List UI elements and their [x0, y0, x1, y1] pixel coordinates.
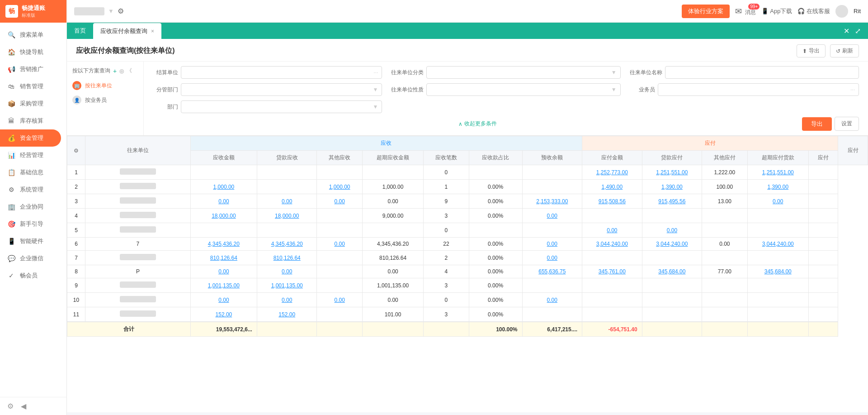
- salesperson-input[interactable]: ···: [658, 83, 859, 96]
- table-cell[interactable]: 1,490.00: [582, 180, 642, 194]
- query-button[interactable]: 导出: [802, 117, 832, 131]
- table-cell[interactable]: [747, 307, 808, 322]
- collapse-more-btn[interactable]: ∧ 收起更多条件: [458, 120, 497, 128]
- table-cell[interactable]: [747, 278, 808, 293]
- table-cell[interactable]: [317, 209, 362, 223]
- table-cell[interactable]: 3,044,240.00: [642, 238, 702, 251]
- table-cell[interactable]: 4,345,436.20: [190, 238, 257, 251]
- table-cell[interactable]: 2,153,333.00: [522, 194, 582, 209]
- table-cell[interactable]: [582, 209, 642, 223]
- table-cell[interactable]: 915,495.56: [642, 194, 702, 209]
- table-cell[interactable]: 655,636.75: [522, 265, 582, 278]
- dept2-select[interactable]: ▼: [181, 100, 382, 113]
- table-cell[interactable]: 0.00: [190, 194, 257, 209]
- table-cell[interactable]: 1,390.00: [642, 180, 702, 194]
- sidebar-item-enterprise[interactable]: 🏢 企业协同: [0, 198, 66, 215]
- setting-button[interactable]: 设置: [835, 117, 859, 131]
- table-cell[interactable]: 0.00: [522, 209, 582, 223]
- table-cell[interactable]: [317, 278, 362, 293]
- sidebar-item-system[interactable]: ⚙ 系统管理: [0, 181, 66, 198]
- table-cell[interactable]: 0.00: [317, 194, 362, 209]
- close-window-icon[interactable]: ✕: [844, 27, 849, 35]
- table-cell[interactable]: 345,761.00: [582, 265, 642, 278]
- table-cell[interactable]: [522, 223, 582, 238]
- table-cell[interactable]: [317, 265, 362, 278]
- table-cell[interactable]: 1,000.00: [317, 180, 362, 194]
- table-cell[interactable]: [190, 165, 257, 180]
- table-cell[interactable]: [747, 251, 808, 265]
- table-cell[interactable]: 4,345,436.20: [257, 238, 317, 251]
- unit-name-input[interactable]: [665, 66, 859, 79]
- table-cell[interactable]: [747, 209, 808, 223]
- sidebar-item-operation[interactable]: 📊 经营管理: [0, 147, 66, 164]
- sidebar-item-marketing[interactable]: 📢 营销推广: [0, 61, 66, 78]
- table-cell[interactable]: [642, 209, 702, 223]
- export-button[interactable]: ⬆ 导出: [797, 44, 826, 57]
- table-cell[interactable]: 1,251,551.00: [642, 165, 702, 180]
- table-cell[interactable]: [642, 278, 702, 293]
- settings-footer-icon[interactable]: ⚙: [7, 402, 14, 410]
- table-cell[interactable]: [317, 165, 362, 180]
- online-service-btn[interactable]: 🎧 在线客服: [797, 7, 830, 15]
- promo-button[interactable]: 体验行业方案: [682, 5, 730, 18]
- table-cell[interactable]: 1,001,135.00: [190, 278, 257, 293]
- table-cell[interactable]: [642, 293, 702, 307]
- table-cell[interactable]: 345,684.00: [747, 265, 808, 278]
- sidebar-item-member[interactable]: ✓ 畅会员: [0, 267, 66, 284]
- table-cell[interactable]: 1,390.00: [747, 180, 808, 194]
- tab-receivable[interactable]: 应收应付余额查询 ×: [93, 23, 161, 39]
- table-cell[interactable]: 0.00: [190, 265, 257, 278]
- tab-close-icon[interactable]: ×: [151, 28, 154, 34]
- table-cell[interactable]: 0.00: [257, 293, 317, 307]
- query-option-by-staff[interactable]: 👤 按业务员: [67, 93, 143, 107]
- table-cell[interactable]: 1,251,551.00: [747, 165, 808, 180]
- sidebar-item-basic[interactable]: 📋 基础信息: [0, 164, 66, 181]
- table-cell[interactable]: [582, 278, 642, 293]
- gear-icon[interactable]: ⚙: [118, 7, 124, 15]
- sidebar-item-finance[interactable]: 💰 资金管理: [0, 129, 61, 147]
- table-cell[interactable]: 0.00: [747, 194, 808, 209]
- table-cell[interactable]: [642, 307, 702, 322]
- table-cell[interactable]: [257, 165, 317, 180]
- table-cell[interactable]: [747, 223, 808, 238]
- sidebar-item-search-menu[interactable]: 🔍 搜索菜单: [0, 26, 66, 43]
- collapse-scheme-icon[interactable]: 《: [127, 67, 132, 75]
- table-cell[interactable]: 0.00: [522, 251, 582, 265]
- table-cell[interactable]: 810,126.64: [190, 251, 257, 265]
- query-option-by-unit[interactable]: 🏢 按往来单位: [67, 78, 143, 93]
- app-download-btn[interactable]: 📱 App下载: [761, 7, 792, 15]
- table-cell[interactable]: 0.00: [190, 293, 257, 307]
- table-cell[interactable]: 1,252,773.00: [582, 165, 642, 180]
- table-cell[interactable]: 810,126.64: [257, 251, 317, 265]
- table-cell[interactable]: 3,044,240.00: [747, 238, 808, 251]
- table-cell[interactable]: 0.00: [257, 194, 317, 209]
- table-cell[interactable]: 1,001,135.00: [257, 278, 317, 293]
- table-cell[interactable]: [642, 251, 702, 265]
- sidebar-item-hardware[interactable]: 📱 智能硬件: [0, 233, 66, 250]
- sidebar-item-purchase[interactable]: 📦 采购管理: [0, 95, 66, 112]
- table-cell[interactable]: [747, 293, 808, 307]
- settlement-unit-input[interactable]: ···: [181, 66, 382, 79]
- table-cell[interactable]: 1,000.00: [190, 180, 257, 194]
- table-cell[interactable]: [582, 307, 642, 322]
- table-cell[interactable]: 0.00: [522, 238, 582, 251]
- table-cell[interactable]: [190, 223, 257, 238]
- table-cell[interactable]: 18,000.00: [257, 209, 317, 223]
- unit-nature-select[interactable]: ▼: [426, 83, 620, 96]
- user-avatar[interactable]: [835, 5, 848, 18]
- dept-select[interactable]: ▼: [181, 83, 382, 96]
- table-cell[interactable]: 3,044,240.00: [582, 238, 642, 251]
- sidebar-item-wechat[interactable]: 💬 企业微信: [0, 250, 66, 267]
- table-cell[interactable]: [257, 180, 317, 194]
- refresh-button[interactable]: ↺ 刷新: [830, 44, 859, 57]
- sidebar-item-inventory[interactable]: 🏛 库存核算: [0, 112, 66, 129]
- table-cell[interactable]: [317, 251, 362, 265]
- add-scheme-icon[interactable]: +: [113, 67, 117, 75]
- table-cell[interactable]: [582, 293, 642, 307]
- table-cell[interactable]: [257, 223, 317, 238]
- table-cell[interactable]: 152.00: [257, 307, 317, 322]
- unit-category-select[interactable]: ▼: [426, 66, 620, 79]
- sidebar-item-sales[interactable]: 🛍 销售管理: [0, 78, 66, 95]
- table-cell[interactable]: [317, 223, 362, 238]
- collapse-icon[interactable]: ◀: [21, 402, 26, 410]
